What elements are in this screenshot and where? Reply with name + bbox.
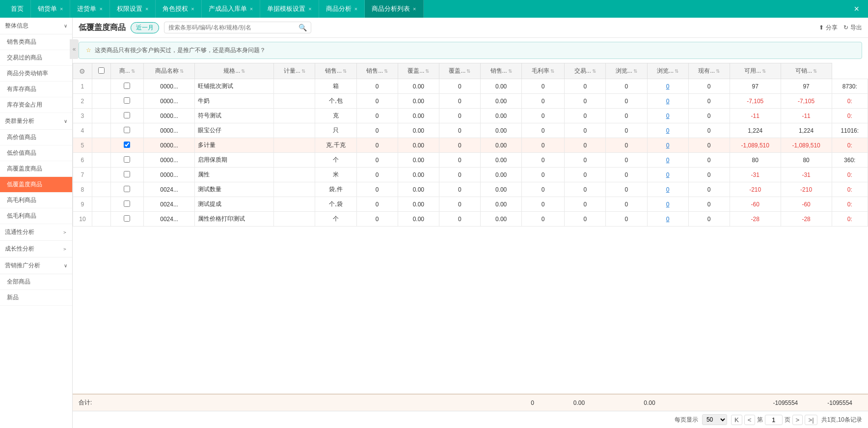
nav-close-product-warehouse[interactable]: × [250,6,253,12]
row-browse1-4[interactable]: 0 [647,138,688,153]
row-browse1-3[interactable]: 0 [647,123,688,138]
window-close-button[interactable]: × [849,4,864,14]
sort-sales-days-icon[interactable]: ⇅ [508,68,512,74]
row-sales-qty-0: 0 [356,79,398,94]
sort-unit-icon[interactable]: ⇅ [301,68,305,74]
sidebar-item-all-products[interactable]: 全部商品 [0,274,72,290]
row-checkbox-8[interactable] [111,197,143,212]
row-checkbox-9[interactable] [111,212,143,227]
row-browse1-1[interactable]: 0 [647,94,688,109]
col-settings[interactable]: ⚙ [73,63,92,79]
row-settings-4[interactable] [92,138,110,153]
last-page-button[interactable]: >| [805,415,817,425]
share-button[interactable]: ⬆ 分享 [819,24,838,32]
sidebar-item-high-value[interactable]: 高价值商品 [0,130,72,145]
prev-page-button[interactable]: < [744,415,755,425]
sidebar-section-growth[interactable]: 成长性分析 ＞ [0,241,72,257]
sidebar-item-low-gross[interactable]: 低毛利商品 [0,208,72,224]
nav-item-product-analysis-list[interactable]: 商品分析列表 × [365,0,423,18]
row-settings-8[interactable] [92,197,110,212]
page-number-input[interactable] [765,415,783,425]
first-page-button[interactable]: K [731,415,742,425]
row-checkbox-7[interactable] [111,182,143,197]
sort-available-stock-icon[interactable]: ⇅ [762,68,766,74]
row-browse1-9[interactable]: 0 [647,212,688,227]
sort-sales-qty-icon[interactable]: ⇅ [343,68,347,74]
nav-close-role[interactable]: × [191,6,194,12]
nav-item-sales[interactable]: 销货单 × [31,0,70,18]
sidebar-item-new-products[interactable]: 新品 [0,290,72,306]
row-available-stock-5: 80 [781,153,832,168]
search-input[interactable] [168,24,298,31]
sidebar-item-low-value[interactable]: 低价值商品 [0,145,72,161]
row-checkbox-3[interactable] [111,123,143,138]
row-settings-9[interactable] [92,212,110,227]
nav-item-product-analysis[interactable]: 商品分析 × [319,0,365,18]
sort-sales-amt-icon[interactable]: ⇅ [384,68,388,74]
sort-cov2-icon[interactable]: ⇅ [466,68,470,74]
row-checkbox-1[interactable] [111,94,143,109]
row-settings-7[interactable] [92,182,110,197]
row-settings-6[interactable] [92,168,110,182]
row-browse1-7[interactable]: 0 [647,182,688,197]
sort-spec-icon[interactable]: ⇅ [241,68,245,74]
row-browse1-2[interactable]: 0 [647,109,688,123]
filter-recent-month-button[interactable]: 近一月 [131,22,159,33]
sidebar-item-traded-products[interactable]: 交易过的商品 [0,50,72,66]
select-all-checkbox[interactable] [98,67,105,74]
nav-item-template[interactable]: 单据模板设置 × [260,0,319,18]
row-checkbox-4[interactable] [111,138,143,153]
row-checkbox-6[interactable] [111,168,143,182]
nav-close-purchase[interactable]: × [99,6,102,12]
nav-close-template[interactable]: × [308,6,311,12]
sort-code-icon[interactable]: ⇅ [131,68,135,74]
sort-name-icon[interactable]: ⇅ [180,68,184,74]
nav-item-permission[interactable]: 权限设置 × [110,0,156,18]
sort-cov1-icon[interactable]: ⇅ [425,68,429,74]
row-browse1-8[interactable]: 0 [647,197,688,212]
nav-item-purchase[interactable]: 进货单 × [70,0,109,18]
sort-sellable-icon[interactable]: ⇅ [813,68,817,74]
sidebar-section-circulation[interactable]: 流通性分析 ＞ [0,224,72,241]
settings-icon[interactable]: ⚙ [79,67,85,75]
sort-browse2-icon[interactable]: ⇅ [675,68,678,74]
sort-current-stock-icon[interactable]: ⇅ [716,68,720,74]
row-checkbox-5[interactable] [111,153,143,168]
row-settings-0[interactable] [92,79,110,94]
row-settings-5[interactable] [92,153,110,168]
sidebar-item-sales-products[interactable]: 销售类商品 [0,34,72,50]
row-browse1-6[interactable]: 0 [647,168,688,182]
sidebar-item-stock-products[interactable]: 有库存商品 [0,82,72,97]
export-button[interactable]: ↻ 导出 [843,24,862,32]
sidebar-collapse-button[interactable]: « [70,39,79,59]
sidebar-section-marketing[interactable]: 营销推广分析 ∨ [0,257,72,274]
nav-item-role[interactable]: 角色授权 × [156,0,201,18]
sidebar-item-high-gross[interactable]: 高毛利商品 [0,193,72,208]
row-checkbox-0[interactable] [111,79,143,94]
sidebar-section-cluster[interactable]: 类群量分析 ∨ [0,113,72,130]
sort-browse1-icon[interactable]: ⇅ [633,68,637,74]
sort-trade-icon[interactable]: ⇅ [592,68,596,74]
sidebar-section-overall[interactable]: 整体信息 ∨ [0,18,72,34]
table-wrapper[interactable]: ⚙ 商...⇅ 商品名称⇅ 规格...⇅ 计量...⇅ 销售...⇅ 销售...… [73,63,868,394]
row-checkbox-2[interactable] [111,109,143,123]
nav-close-product-analysis[interactable]: × [354,6,357,12]
sidebar-item-stock-capital[interactable]: 库存资金占用 [0,97,72,113]
sidebar-item-category-rate[interactable]: 商品分类动销率 [0,66,72,82]
row-settings-2[interactable] [92,109,110,123]
nav-close-sales[interactable]: × [60,6,63,12]
row-browse1-0[interactable]: 0 [647,79,688,94]
nav-close-product-analysis-list[interactable]: × [413,6,416,12]
row-available-stock-8: -60 [781,197,832,212]
row-settings-3[interactable] [92,123,110,138]
sidebar-item-high-coverage[interactable]: 高覆盖度商品 [0,161,72,177]
row-settings-1[interactable] [92,94,110,109]
nav-item-home[interactable]: 首页 [4,0,31,18]
row-browse1-5[interactable]: 0 [647,153,688,168]
per-page-select[interactable]: 50 10 20 100 [702,414,727,425]
nav-close-permission[interactable]: × [145,6,148,12]
sort-gross-icon[interactable]: ⇅ [550,68,554,74]
next-page-button[interactable]: > [792,415,803,425]
sidebar-item-low-coverage[interactable]: 低覆盖度商品 [0,177,72,193]
nav-item-product-warehouse[interactable]: 产成品入库单 × [202,0,260,18]
